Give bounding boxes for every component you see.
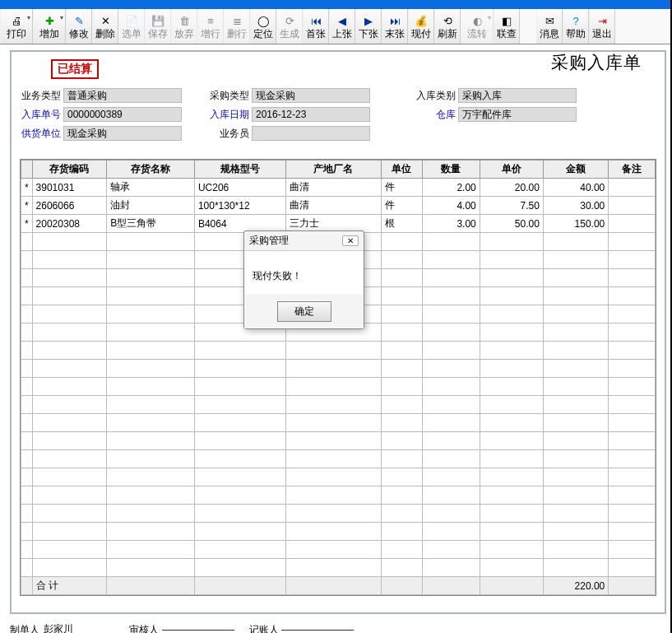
table-row[interactable]	[21, 396, 656, 414]
toolbar-print-button[interactable]: 🖨打印	[0, 9, 33, 44]
col-header[interactable]: 备注	[609, 161, 656, 179]
addrow-icon: ≡	[204, 15, 217, 28]
table-row[interactable]	[21, 486, 656, 505]
toolbar-label: 保存	[148, 29, 168, 39]
toolbar-addrow-button[interactable]: ≡增行	[197, 9, 224, 44]
toolbar-pay-button[interactable]: 💰现付	[408, 9, 434, 44]
dialog-close-button[interactable]: ✕	[342, 235, 359, 246]
table-row[interactable]	[21, 450, 656, 468]
refresh-icon: ⟲	[441, 15, 454, 28]
col-header[interactable]: 单位	[381, 161, 422, 179]
col-header[interactable]: 数量	[422, 161, 480, 179]
del-icon: ✕	[99, 15, 112, 28]
toolbar-label: 放弃	[174, 29, 194, 39]
error-dialog: 采购管理 ✕ 现付失败！ 确定	[243, 230, 364, 329]
toolbar-msg-button[interactable]: ✉消息	[536, 9, 563, 44]
col-header[interactable]: 金额	[543, 161, 608, 179]
toolbar-gen-button[interactable]: ⟳生成	[276, 9, 303, 44]
field-date: 入库日期2016-12-23	[208, 107, 370, 122]
total-row: 合 计220.00	[21, 577, 656, 595]
col-header[interactable]: 存货编码	[32, 161, 107, 179]
msg-icon: ✉	[543, 15, 556, 28]
toolbar-select-button[interactable]: 📄选单	[118, 9, 145, 44]
toolbar-label: 上张	[332, 29, 352, 39]
dialog-title: 采购管理	[249, 234, 289, 248]
table-row[interactable]	[21, 559, 656, 577]
toolbar-label: 消息	[540, 29, 559, 39]
in-type-value[interactable]: 采购入库	[458, 88, 577, 103]
toolbar-locate-button[interactable]: ◯定位	[250, 9, 276, 44]
flow-icon: ◐	[470, 15, 484, 28]
dialog-message: 现付失败！	[244, 251, 364, 295]
edit-icon: ✎	[72, 15, 86, 28]
toolbar-label: 现付	[411, 29, 431, 39]
field-warehouse: 仓库万宇配件库	[415, 107, 577, 122]
warehouse-value[interactable]: 万宇配件库	[458, 107, 577, 122]
toolbar-label: 删除	[95, 29, 115, 39]
toolbar-abandon-button[interactable]: 🗑放弃	[171, 9, 197, 44]
first-icon: ⏮	[309, 15, 322, 28]
table-row[interactable]	[21, 505, 656, 523]
col-header[interactable]: 存货名称	[107, 161, 195, 179]
toolbar-label: 修改	[69, 29, 89, 39]
toolbar-delrow-button[interactable]: ≣删行	[224, 9, 250, 44]
col-header[interactable]: 规格型号	[194, 161, 285, 179]
delrow-icon: ≣	[230, 15, 243, 28]
union-icon: ◧	[500, 15, 513, 28]
toolbar-save-button[interactable]: 💾保存	[145, 9, 171, 44]
next-icon: ▶	[362, 15, 375, 28]
table-row[interactable]: *2606066油封100*130*12曲清件4.007.5030.00	[21, 197, 656, 215]
toolbar-exit-button[interactable]: ⇥退出	[589, 9, 615, 44]
table-row[interactable]: *3901031轴承UC206曲清件2.0020.0040.00	[21, 179, 656, 197]
toolbar-label: 打印	[7, 29, 26, 39]
status-flag: 已结算	[51, 59, 99, 79]
purchase-type-value[interactable]: 现金采购	[252, 88, 370, 103]
toolbar-label: 首张	[306, 29, 326, 39]
grid[interactable]: 存货编码存货名称规格型号产地厂名单位数量单价金额备注*3901031轴承UC20…	[20, 159, 656, 596]
table-row[interactable]	[21, 342, 656, 360]
last-icon: ⏭	[388, 15, 401, 28]
toolbar-add-button[interactable]: ✚增加	[33, 9, 66, 44]
biz-type-value[interactable]: 普通采购	[63, 88, 182, 103]
table-row[interactable]	[21, 468, 656, 486]
field-supplier: 供货单位现金采购	[20, 126, 182, 141]
document-title: 采购入库单	[551, 51, 642, 74]
toolbar-union-button[interactable]: ◧联查	[494, 9, 520, 44]
toolbar-label: 帮助	[566, 29, 586, 39]
docno-value[interactable]: 0000000389	[63, 107, 182, 122]
abandon-icon: 🗑	[178, 15, 191, 28]
locate-icon: ◯	[257, 15, 270, 28]
toolbar-next-button[interactable]: ▶下张	[355, 9, 382, 44]
table-row[interactable]	[21, 360, 656, 378]
select-icon: 📄	[125, 15, 138, 28]
operator-value[interactable]	[252, 126, 370, 141]
field-booker: 记账人	[249, 622, 354, 633]
toolbar-label: 流转	[467, 29, 487, 39]
toolbar-refresh-button[interactable]: ⟲刷新	[434, 9, 461, 44]
supplier-value[interactable]: 现金采购	[63, 126, 182, 141]
pay-icon: 💰	[415, 15, 428, 28]
toolbar-prev-button[interactable]: ◀上张	[329, 9, 355, 44]
toolbar-label: 刷新	[438, 29, 457, 39]
col-header[interactable]: 单价	[480, 161, 543, 179]
dialog-ok-button[interactable]: 确定	[277, 301, 331, 322]
add-icon: ✚	[43, 15, 56, 28]
date-value[interactable]: 2016-12-23	[252, 107, 370, 122]
toolbar-flow-button[interactable]: ◐流转	[461, 9, 494, 44]
toolbar-label: 生成	[280, 29, 299, 39]
toolbar-label: 删行	[227, 29, 247, 39]
table-row[interactable]	[21, 523, 656, 541]
table-row[interactable]	[21, 378, 656, 396]
toolbar-label: 定位	[253, 29, 273, 39]
table-row[interactable]	[21, 414, 656, 432]
toolbar-del-button[interactable]: ✕删除	[92, 9, 118, 44]
toolbar-last-button[interactable]: ⏭末张	[382, 9, 408, 44]
col-header[interactable]: 产地厂名	[285, 161, 381, 179]
toolbar-help-button[interactable]: ?帮助	[563, 9, 589, 44]
footer-area: 制单人 彭家川 审核人 记账人 可用量 2.00 安全库存量 最低库存量 最高库…	[10, 622, 665, 633]
gen-icon: ⟳	[283, 15, 296, 28]
table-row[interactable]	[21, 541, 656, 559]
toolbar-first-button[interactable]: ⏮首张	[303, 9, 329, 44]
toolbar-edit-button[interactable]: ✎修改	[66, 9, 92, 44]
table-row[interactable]	[21, 432, 656, 450]
